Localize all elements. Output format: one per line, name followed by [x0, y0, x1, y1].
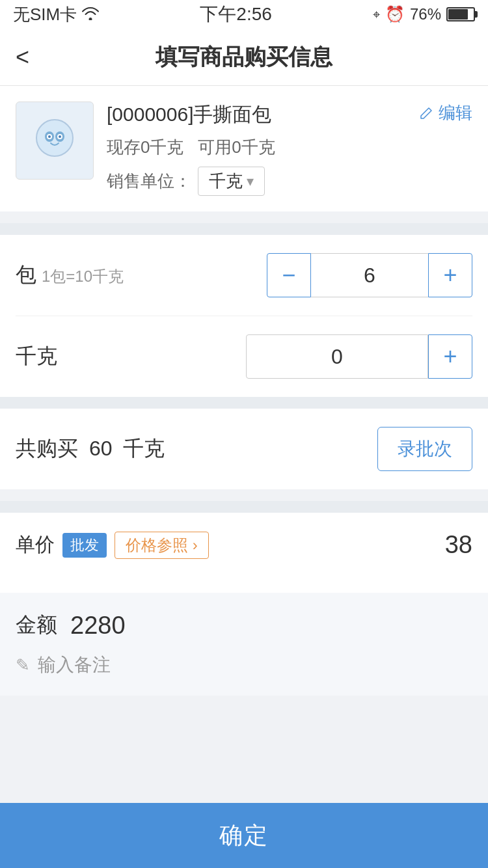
amount-section: 金额 2280 ✎ 输入备注 [0, 593, 488, 696]
price-label: 单价 批发 价格参照 › [16, 532, 209, 559]
bao-qty-control: − + [267, 253, 472, 297]
total-amount: 60 [89, 437, 113, 460]
bao-plus-button[interactable]: + [428, 253, 472, 297]
bao-sublabel: 1包=10千克 [42, 267, 124, 285]
wifi-icon [82, 5, 99, 25]
nav-bar: < 填写商品购买信息 [0, 29, 488, 86]
status-bar: 无SIM卡 下午2:56 ⌖ ⏰ 76% [0, 0, 488, 29]
section-divider [0, 223, 488, 235]
svg-point-5 [48, 135, 51, 138]
product-section: [0000006]手撕面包 编辑 现存0千克 可用0千克 销售单位： 千克 ▾ [0, 86, 488, 211]
price-section: 单价 批发 价格参照 › 38 [0, 513, 488, 593]
confirm-footer[interactable]: 确定 [0, 803, 488, 868]
status-time: 下午2:56 [200, 2, 272, 27]
battery-label: 76% [410, 5, 441, 23]
product-stock: 现存0千克 可用0千克 [107, 136, 472, 159]
page-title: 填写商品购买信息 [156, 42, 332, 72]
section-divider-2 [0, 397, 488, 409]
kg-label: 千克 [16, 342, 246, 371]
product-info: [0000006]手撕面包 编辑 现存0千克 可用0千克 销售单位： 千克 ▾ [107, 102, 472, 196]
edit-button[interactable]: 编辑 [419, 102, 472, 124]
bao-minus-button[interactable]: − [267, 253, 311, 297]
product-logo-icon [35, 118, 74, 163]
location-icon: ⌖ [373, 7, 380, 22]
product-unit-row: 销售单位： 千克 ▾ [107, 167, 472, 196]
price-value: 38 [445, 531, 472, 559]
price-row: 单价 批发 价格参照 › 38 [16, 531, 472, 559]
bao-row: 包1包=10千克 − + [16, 235, 472, 316]
price-ref-button[interactable]: 价格参照 › [115, 532, 209, 559]
bao-qty-input[interactable] [311, 253, 428, 297]
svg-point-0 [36, 120, 73, 156]
carrier-text: 无SIM卡 [13, 3, 77, 26]
amount-row: 金额 2280 [16, 611, 472, 640]
status-right: ⌖ ⏰ 76% [373, 5, 475, 23]
svg-point-6 [59, 135, 61, 138]
total-text: 共购买 60 千克 [16, 435, 165, 463]
unit-select[interactable]: 千克 ▾ [198, 167, 265, 196]
kg-plus-button[interactable]: + [428, 334, 472, 379]
remark-row[interactable]: ✎ 输入备注 [16, 653, 472, 677]
bao-label: 包1包=10千克 [16, 261, 267, 290]
remark-label: 输入备注 [38, 653, 111, 677]
amount-label: 金额 [16, 611, 57, 640]
chevron-down-icon: ▾ [247, 173, 254, 190]
confirm-button[interactable]: 确定 [219, 820, 269, 852]
product-image [16, 102, 94, 180]
kg-qty-input[interactable] [246, 334, 428, 379]
section-divider-3 [0, 501, 488, 513]
alarm-icon: ⏰ [385, 5, 405, 23]
battery-icon [446, 7, 475, 21]
quantity-section: 包1包=10千克 − + 千克 + [0, 235, 488, 397]
back-button[interactable]: < [16, 44, 29, 71]
status-left: 无SIM卡 [13, 3, 99, 26]
product-name: [0000006]手撕面包 [107, 102, 271, 128]
pifa-tag: 批发 [62, 533, 107, 558]
total-section: 共购买 60 千克 录批次 [0, 409, 488, 489]
amount-value: 2280 [70, 612, 126, 640]
kg-row: 千克 + [16, 316, 472, 397]
pencil-icon: ✎ [16, 655, 30, 675]
kg-qty-control: + [246, 334, 472, 379]
batch-button[interactable]: 录批次 [377, 427, 472, 471]
